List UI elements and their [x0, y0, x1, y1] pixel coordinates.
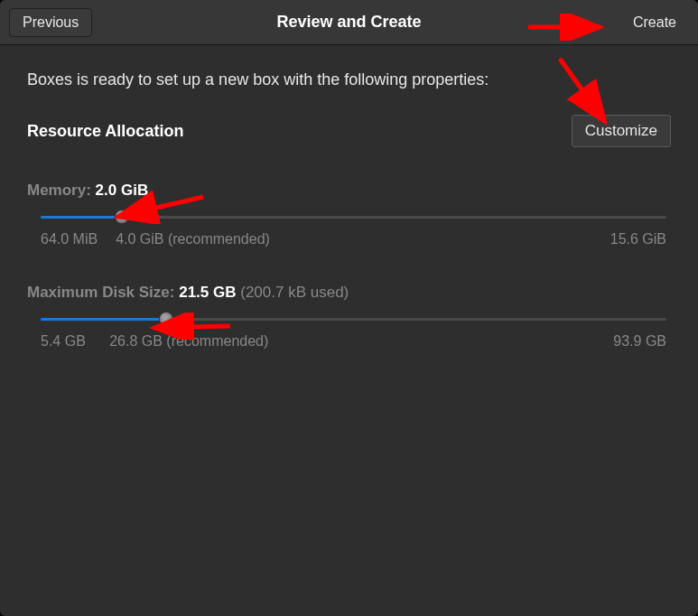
memory-value: 2.0 GiB	[96, 182, 149, 199]
memory-max-label: 15.6 GiB	[610, 231, 666, 247]
svg-line-3	[560, 59, 605, 122]
disk-min-label: 5.4 GB	[41, 333, 86, 350]
memory-slider[interactable]: 64.0 MiB 4.0 GiB (recommended) 15.6 GiB	[41, 216, 666, 247]
memory-min-label: 64.0 MiB	[41, 231, 98, 247]
disk-recommended-label: 26.8 GB (recommended)	[109, 333, 268, 350]
create-button[interactable]: Create	[620, 9, 689, 36]
disk-used-hint: (200.7 kB used)	[240, 284, 349, 301]
disk-block: Maximum Disk Size: 21.5 GB (200.7 kB use…	[27, 284, 671, 350]
disk-slider[interactable]: 5.4 GB 26.8 GB (recommended) 93.9 GB	[41, 318, 666, 350]
intro-text: Boxes is ready to set up a new box with …	[27, 70, 671, 89]
page-title: Review and Create	[276, 13, 421, 32]
previous-button[interactable]: Previous	[9, 8, 92, 37]
memory-label: Memory:	[27, 182, 91, 199]
memory-slider-thumb[interactable]	[115, 210, 129, 224]
disk-label: Maximum Disk Size:	[27, 284, 174, 301]
memory-recommended-label: 4.0 GiB (recommended)	[116, 231, 270, 247]
disk-value: 21.5 GB	[179, 284, 236, 301]
section-heading: Resource Allocation	[27, 122, 183, 141]
disk-slider-thumb[interactable]	[159, 312, 173, 326]
customize-button[interactable]: Customize	[572, 115, 671, 147]
disk-max-label: 93.9 GB	[613, 333, 666, 350]
memory-block: Memory: 2.0 GiB 64.0 MiB 4.0 GiB (recomm…	[27, 182, 671, 247]
